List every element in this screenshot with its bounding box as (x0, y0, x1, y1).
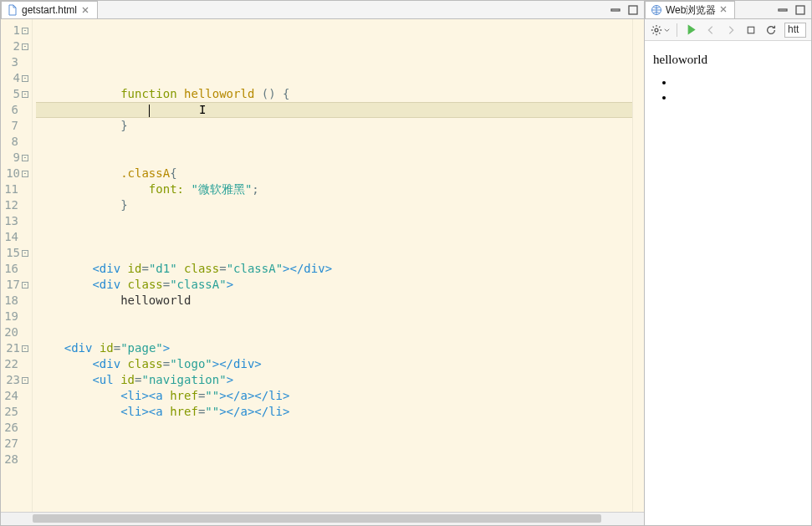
run-icon[interactable] (684, 23, 697, 37)
browser-tab[interactable]: Web浏览器 (645, 1, 735, 18)
browser-window-controls (777, 1, 811, 18)
editor-tabbar: getstart.html (1, 1, 644, 19)
close-icon[interactable] (719, 4, 728, 16)
page-text: helloworld (653, 53, 803, 67)
editor-panel: getstart.html 1-2-34-5-6789-10-111213141… (1, 1, 645, 525)
svg-rect-6 (748, 27, 754, 33)
maximize-icon[interactable] (794, 4, 806, 16)
editor-tab[interactable]: getstart.html (1, 1, 98, 18)
browser-toolbar: htt (645, 19, 811, 41)
svg-rect-3 (779, 9, 787, 11)
line-number-gutter: 1-2-34-5-6789-10-1112131415-1617-1819202… (1, 19, 33, 512)
forward-icon[interactable] (724, 23, 738, 37)
svg-rect-4 (796, 6, 804, 14)
editor-tab-label: getstart.html (22, 4, 77, 16)
browser-tab-label: Web浏览器 (666, 3, 716, 18)
file-icon (7, 4, 18, 16)
browser-tabbar: Web浏览器 (645, 1, 811, 19)
svg-rect-0 (611, 9, 620, 11)
back-icon[interactable] (704, 23, 718, 37)
maximize-icon[interactable] (627, 4, 639, 16)
globe-icon (651, 4, 662, 16)
list-item (675, 90, 803, 105)
scrollbar-thumb[interactable] (33, 514, 601, 523)
overview-ruler (632, 19, 644, 512)
minimize-icon[interactable] (777, 4, 789, 16)
list-item (675, 75, 803, 90)
browser-panel: Web浏览器 htt hellow (645, 1, 811, 525)
stop-icon[interactable] (744, 23, 758, 37)
editor-window-controls (610, 1, 644, 18)
browser-viewport: helloworld (645, 41, 811, 525)
svg-rect-1 (629, 6, 637, 14)
page-list (675, 75, 803, 105)
refresh-icon[interactable] (764, 23, 778, 37)
settings-menu[interactable] (650, 23, 670, 37)
code-area[interactable]: </span><span class="txt">hellohbuilder</… (33, 19, 632, 512)
chevron-down-icon (664, 23, 670, 36)
gear-icon (650, 23, 663, 37)
horizontal-scrollbar[interactable] (1, 512, 644, 525)
minimize-icon[interactable] (610, 4, 621, 16)
code-editor[interactable]: 1-2-34-5-6789-10-1112131415-1617-1819202… (1, 19, 644, 512)
svg-point-5 (655, 28, 658, 32)
close-icon[interactable] (80, 5, 90, 15)
url-input[interactable]: htt (784, 23, 806, 38)
